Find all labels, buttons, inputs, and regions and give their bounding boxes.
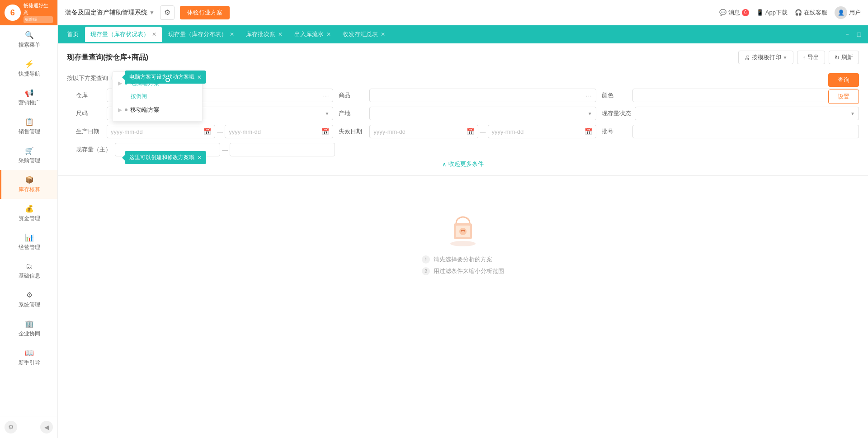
sidebar-collapse-button[interactable]: ◀: [40, 421, 53, 433]
filter-area: 按以下方案查询 + ✎ « ▶ 电脑端方案 按倒闸: [58, 68, 868, 176]
tab-close-inventory-status[interactable]: ✕: [152, 32, 156, 37]
refresh-icon: ↻: [835, 54, 840, 61]
sidebar-item-enterprise[interactable]: 🏢 企业协同: [0, 314, 57, 343]
chevron-down-icon-status: ▼: [850, 111, 855, 116]
refresh-button[interactable]: ↻ 刷新: [829, 51, 859, 64]
sidebar-item-guide[interactable]: 📖 新手引导: [0, 343, 57, 372]
basic-icon: 🗂: [26, 262, 33, 270]
sidebar-item-sales[interactable]: 📋 销售管理: [0, 112, 57, 141]
search-icon: 🔍: [25, 31, 34, 39]
dots-icon: ···: [323, 92, 329, 99]
topbar: 装备及固定资产辅助管理系统 ▼ ⚙ 体验行业方案 💬 消息 6 📱 App下载 …: [58, 0, 868, 25]
main-area: 装备及固定资产辅助管理系统 ▼ ⚙ 体验行业方案 💬 消息 6 📱 App下载 …: [58, 0, 868, 438]
sidebar-item-marketing[interactable]: 📢 营销推广: [0, 83, 57, 112]
sales-icon: 📋: [25, 118, 34, 126]
produce-date-range: yyyy-mm-dd 📅 — yyyy-mm-dd 📅: [107, 125, 333, 138]
empty-tip-2: 2 用过滤条件来缩小分析范围: [422, 267, 504, 275]
enterprise-icon: 🏢: [25, 320, 34, 328]
topbar-settings-button[interactable]: ⚙: [160, 5, 175, 20]
tab-inventory-status[interactable]: 现存量（库存状况表） ✕: [85, 27, 162, 42]
topbar-app[interactable]: 📱 App下载: [756, 9, 788, 17]
empty-state: 1 请先选择要分析的方案 2 用过滤条件来缩小分析范围: [58, 176, 868, 311]
origin-select[interactable]: ▼: [369, 107, 596, 120]
collapse-button[interactable]: ∧ 收起更多条件: [442, 160, 484, 168]
tab-close-in-out-flow[interactable]: ✕: [326, 32, 331, 37]
headset-icon: 🎧: [795, 9, 802, 16]
connector-dot: [165, 78, 170, 82]
message-badge: 6: [742, 9, 749, 16]
sidebar-item-quick[interactable]: ⚡ 快捷导航: [0, 54, 57, 83]
quick-icon: ⚡: [25, 60, 34, 68]
guide-icon: 📖: [25, 349, 34, 357]
system-icon: ⚙: [26, 291, 33, 299]
logo-text: 畅捷通好生意 标准版: [24, 2, 53, 23]
print-button[interactable]: 🖨 按模板打印 ▼: [738, 51, 793, 64]
content-area: 现存量查询(按仓库+商品) 🖨 按模板打印 ▼ ↑ 导出 ↻ 刷新: [58, 43, 868, 438]
finance-icon: 💰: [25, 204, 34, 213]
topbar-system: 装备及固定资产辅助管理系统 ▼: [65, 9, 155, 17]
sidebar: 6 畅捷通好生意 标准版 🔍 搜索菜单 ⚡ 快捷导航 📢 营销推广 📋 销售管理…: [0, 0, 58, 438]
scheme-tooltip-1: 电脑方案可设为移动方案哦 ✕: [125, 71, 206, 84]
sidebar-item-operations[interactable]: 📊 经营管理: [0, 228, 57, 257]
scheme-tooltip-2-close[interactable]: ✕: [197, 155, 202, 161]
color-select[interactable]: ▼: [632, 89, 859, 102]
produce-date-start[interactable]: yyyy-mm-dd 📅: [107, 125, 215, 138]
filter-field-batch: 批号: [602, 125, 859, 138]
reset-button[interactable]: 设置: [828, 89, 859, 104]
tabs-bar: 首页 现存量（库存状况表） ✕ 现存量（库存分布表） ✕ 库存批次账 ✕ 出入库…: [58, 25, 868, 43]
tabs-minimize-button[interactable]: －: [842, 29, 853, 40]
stock-status-select[interactable]: ▼: [635, 107, 859, 120]
export-icon: ↑: [803, 54, 806, 61]
svg-point-5: [464, 230, 465, 231]
calendar-icon-3: 📅: [467, 128, 474, 135]
produce-date-end[interactable]: yyyy-mm-dd 📅: [225, 125, 333, 138]
sidebar-item-system[interactable]: ⚙ 系统管理: [0, 285, 57, 314]
sidebar-settings-button[interactable]: ⚙: [5, 421, 17, 433]
trial-button[interactable]: 体验行业方案: [180, 6, 230, 19]
chevron-right-icon-mobile: ▶: [118, 107, 122, 113]
tab-close-batch-account[interactable]: ✕: [278, 32, 283, 37]
tab-close-collect-send[interactable]: ✕: [381, 32, 385, 37]
filter-field-product: 商品 ···: [339, 89, 596, 102]
expire-date-end[interactable]: yyyy-mm-dd 📅: [488, 125, 596, 138]
filter-label: 按以下方案查询: [67, 74, 108, 82]
scheme-tooltip-2: 这里可以创建和修改方案哦 ✕: [125, 151, 206, 164]
svg-point-0: [450, 241, 476, 246]
topbar-user[interactable]: 👤 用户: [835, 6, 861, 19]
search-button[interactable]: 查询: [828, 73, 859, 87]
scheme-tooltip-1-close[interactable]: ✕: [197, 74, 202, 80]
expire-date-start[interactable]: yyyy-mm-dd 📅: [369, 125, 478, 138]
sidebar-item-purchase[interactable]: 🛒 采购管理: [0, 141, 57, 170]
sidebar-item-finance[interactable]: 💰 资金管理: [0, 199, 57, 228]
sidebar-item-basic[interactable]: 🗂 基础信息: [0, 257, 57, 285]
scheme-item-pc-sub[interactable]: 按倒闸: [125, 91, 202, 102]
scheme-item-mobile[interactable]: ▶ 移动端方案: [113, 102, 202, 118]
tab-home[interactable]: 首页: [61, 28, 84, 41]
page-actions: 🖨 按模板打印 ▼ ↑ 导出 ↻ 刷新: [738, 51, 859, 64]
export-button[interactable]: ↑ 导出: [797, 51, 826, 64]
sidebar-item-inventory[interactable]: 📦 库存核算: [0, 170, 57, 199]
topbar-support[interactable]: 🎧 在线客服: [795, 9, 827, 17]
sidebar-item-search[interactable]: 🔍 搜索菜单: [0, 25, 57, 54]
sidebar-nav: 🔍 搜索菜单 ⚡ 快捷导航 📢 营销推广 📋 销售管理 🛒 采购管理 📦 库存核…: [0, 25, 57, 416]
tab-close-inventory-distribution[interactable]: ✕: [230, 32, 234, 37]
tab-collect-send[interactable]: 收发存汇总表 ✕: [337, 27, 391, 42]
topbar-message[interactable]: 💬 消息 6: [719, 9, 749, 17]
system-dropdown[interactable]: 装备及固定资产辅助管理系统 ▼: [65, 9, 155, 17]
tab-batch-account[interactable]: 库存批次账 ✕: [241, 27, 288, 42]
inventory-icon: 📦: [25, 175, 34, 184]
chevron-down-icon: ▼: [783, 55, 788, 60]
batch-input[interactable]: [632, 125, 859, 138]
print-icon: 🖨: [744, 54, 750, 61]
filter-field-expire-date: 失效日期 yyyy-mm-dd 📅 — yyyy-mm-dd 📅: [339, 125, 596, 138]
marketing-icon: 📢: [25, 89, 34, 97]
product-select[interactable]: ···: [369, 89, 596, 102]
svg-point-4: [461, 230, 462, 231]
phone-icon: 📱: [756, 9, 764, 16]
tab-inventory-distribution[interactable]: 现存量（库存分布表） ✕: [163, 27, 240, 42]
tabs-maximize-button[interactable]: □: [854, 29, 864, 40]
scheme-dot-mobile: [125, 108, 127, 111]
chevron-right-icon: ▶: [118, 80, 122, 86]
stock-qty-max[interactable]: [230, 143, 335, 156]
tab-in-out-flow[interactable]: 出入库流水 ✕: [289, 27, 336, 42]
